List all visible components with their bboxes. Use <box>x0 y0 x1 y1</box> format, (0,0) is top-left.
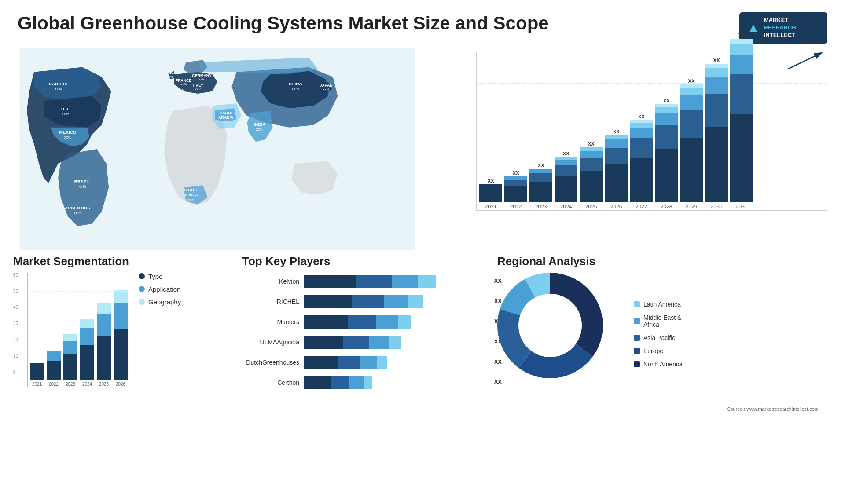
donut-svg <box>497 273 603 378</box>
bar-2026: XX 2026 <box>605 129 628 210</box>
player-bar-richel: XX <box>304 295 489 308</box>
legend-label-application: Application <box>148 285 180 293</box>
player-munters: Munters XX <box>242 315 489 329</box>
source-container: Source : www.marketresearchintellect.com <box>497 405 832 413</box>
players-title: Top Key Players <box>242 255 489 268</box>
legend-application: Application <box>139 285 181 293</box>
players-list: Kelvion XX RICHEL <box>242 275 489 389</box>
bar-2025: XX 2025 <box>580 141 603 210</box>
seg-legend: Type Application Geography <box>139 273 181 306</box>
legend-north-america: North America <box>634 361 683 368</box>
legend-middle-east: Middle East &Africa <box>634 314 683 328</box>
svg-text:U.K.: U.K. <box>166 70 174 75</box>
svg-text:SPAIN: SPAIN <box>173 88 184 92</box>
legend-dot-geography <box>139 299 145 305</box>
dot-europe <box>634 348 640 354</box>
bar-xx-2026: XX <box>613 129 620 134</box>
player-name-certhon: Certhon <box>242 379 299 386</box>
bar-xx-2022: XX <box>513 170 519 175</box>
seg-bar-2021: 2021 <box>30 363 44 387</box>
player-name-munters: Munters <box>242 318 299 325</box>
svg-text:xx%: xx% <box>180 82 187 86</box>
player-kelvion: Kelvion XX <box>242 275 489 288</box>
bar-xx-2027: XX <box>638 114 645 119</box>
donut-chart <box>497 273 621 396</box>
player-bar-dutch: XX <box>304 356 489 369</box>
svg-text:xx%: xx% <box>64 135 72 139</box>
player-dutch: DutchGreenhouses XX <box>242 356 489 369</box>
player-bar-munters: XX <box>304 315 489 329</box>
svg-text:xx%: xx% <box>187 198 194 202</box>
page-title: Global Greenhouse Cooling Systems Market… <box>18 12 549 34</box>
svg-text:GERMANY: GERMANY <box>192 73 212 77</box>
legend-label-geography: Geography <box>148 298 181 306</box>
seg-bar-2023: 2023 <box>63 334 77 387</box>
bar-2022: XX 2022 <box>504 170 527 210</box>
svg-text:ITALY: ITALY <box>193 83 203 87</box>
seg-bar-2022: 2022 <box>47 351 61 387</box>
label-latin-america: Latin America <box>643 301 681 308</box>
player-richel: RICHEL XX <box>242 295 489 308</box>
dot-latin-america <box>634 301 640 307</box>
label-asia-pacific: Asia Pacific <box>643 334 675 341</box>
regional-analysis-section: Regional Analysis <box>497 255 832 466</box>
bar-2024: XX 2024 <box>555 151 577 210</box>
legend-europe: Europe <box>634 347 683 354</box>
player-bar-certhon: XX <box>304 376 489 389</box>
bar-chart-wrapper: XX 2021 XX 2022 <box>456 52 827 211</box>
legend-dot-application <box>139 286 145 292</box>
svg-text:SOUTH: SOUTH <box>184 188 198 192</box>
bar-xx-2028: XX <box>663 98 670 103</box>
label-europe: Europe <box>643 347 663 354</box>
bar-chart-area: XX 2021 XX 2022 <box>430 48 832 250</box>
player-name-richel: RICHEL <box>242 298 299 305</box>
svg-text:MEXICO: MEXICO <box>59 130 77 135</box>
svg-text:FRANCE: FRANCE <box>176 78 192 82</box>
svg-text:xx%: xx% <box>167 75 173 79</box>
svg-text:xx%: xx% <box>256 127 264 131</box>
regional-title: Regional Analysis <box>497 255 832 268</box>
legend-geography: Geography <box>139 298 181 306</box>
bar-2023: XX 2023 <box>529 163 552 210</box>
key-players-section: Top Key Players Kelvion XX R <box>242 255 489 466</box>
bar-2029: XX 2029 <box>680 78 703 210</box>
player-certhon: Certhon XX <box>242 376 489 389</box>
source-text: Source : www.marketresearchintellect.com <box>727 406 827 414</box>
svg-text:xx%: xx% <box>62 112 69 116</box>
svg-text:xx%: xx% <box>323 88 330 91</box>
svg-text:CANADA: CANADA <box>49 81 68 86</box>
player-ulma: ULMAAgricola XX <box>242 336 489 349</box>
svg-text:BRAZIL: BRAZIL <box>74 179 90 183</box>
bar-xx-2024: XX <box>563 151 569 156</box>
seg-bar-2026: 2026 <box>114 290 128 387</box>
bar-xx-2030: XX <box>713 58 720 63</box>
dot-middle-east <box>634 318 640 324</box>
bar-chart: XX 2021 XX 2022 <box>476 52 827 211</box>
bar-2031: XX 2031 <box>730 33 753 210</box>
world-map-svg: CANADA xx% U.S. xx% MEXICO xx% BRAZIL xx… <box>13 48 421 250</box>
seg-bar-chart: 2021 2022 <box>27 273 130 387</box>
label-north-america: North America <box>643 361 683 368</box>
dot-asia-pacific <box>634 335 640 341</box>
market-segmentation-section: Market Segmentation 0 10 20 30 40 50 60 <box>13 255 233 466</box>
bar-2028: XX 2028 <box>655 98 678 210</box>
svg-text:xx%: xx% <box>74 211 81 215</box>
player-bar-ulma: XX <box>304 336 489 349</box>
bar-xx-2029: XX <box>688 78 695 84</box>
svg-text:CHINA: CHINA <box>288 81 302 86</box>
svg-point-40 <box>519 295 580 356</box>
svg-text:xx%: xx% <box>198 77 205 81</box>
bar-2021: XX 2021 <box>479 178 502 210</box>
logo-text: MARKETRESEARCHINTELLECT <box>764 17 796 39</box>
regional-legend: Latin America Middle East &Africa Asia P… <box>634 301 683 368</box>
bar-xx-2031: XX <box>738 33 745 38</box>
bottom-row: Market Segmentation 0 10 20 30 40 50 60 <box>0 250 845 466</box>
regional-content: Latin America Middle East &Africa Asia P… <box>497 273 832 396</box>
y-axis <box>456 52 474 193</box>
bar-xx-2021: XX <box>488 178 494 183</box>
bar-xx-2025: XX <box>588 141 595 146</box>
legend-dot-type <box>139 273 145 279</box>
seg-bar-chart-wrap: 0 10 20 30 40 50 60 <box>13 273 130 387</box>
label-middle-east: Middle East &Africa <box>643 314 681 328</box>
svg-text:xx%: xx% <box>292 87 299 91</box>
